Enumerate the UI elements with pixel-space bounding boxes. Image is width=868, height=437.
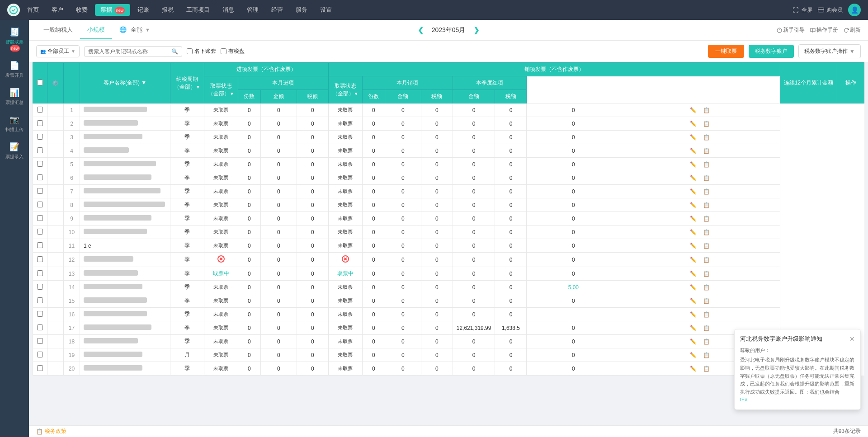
digital-account-btn[interactable]: 税务数字账户: [749, 45, 794, 58]
nav-operation[interactable]: 经营: [266, 4, 288, 16]
copy-btn[interactable]: 📋: [703, 311, 710, 318]
ledger-checkbox-label[interactable]: 名下账套: [187, 47, 216, 55]
edit-btn[interactable]: ✏️: [690, 284, 697, 291]
tab-all-capable[interactable]: 🌐 全能 ▼: [112, 21, 157, 39]
row-checkbox[interactable]: [37, 161, 43, 167]
search-input[interactable]: [88, 48, 170, 55]
nav-tax[interactable]: 报税: [156, 4, 179, 16]
copy-btn[interactable]: 📋: [703, 298, 710, 304]
row-checkbox[interactable]: [37, 120, 43, 126]
row-checkbox[interactable]: [37, 352, 43, 357]
employee-select[interactable]: 👥 全部员工 ▼: [36, 45, 80, 57]
row-checkbox[interactable]: [37, 215, 43, 221]
ledger-checkbox[interactable]: [187, 48, 193, 54]
search-icon[interactable]: 🔍: [171, 48, 178, 55]
nav-home[interactable]: 首页: [22, 4, 44, 16]
nav-billing[interactable]: 收费: [71, 4, 93, 16]
edit-btn[interactable]: ✏️: [690, 134, 697, 141]
copy-btn[interactable]: 📋: [703, 188, 710, 195]
row-checkbox[interactable]: [37, 297, 43, 303]
tab-general-taxpayer[interactable]: 一般纳税人: [36, 21, 80, 39]
digital-account-ops-btn[interactable]: 税务数字账户操作 ▼: [798, 44, 861, 58]
edit-btn[interactable]: ✏️: [690, 202, 697, 208]
nav-customer[interactable]: 客户: [46, 4, 69, 16]
one-click-fetch-btn[interactable]: 一键取票: [708, 45, 744, 58]
copy-btn[interactable]: 📋: [703, 325, 710, 331]
notif-link[interactable]: tEa: [740, 397, 748, 402]
edit-btn[interactable]: ✏️: [690, 175, 697, 181]
copy-btn[interactable]: 📋: [703, 284, 710, 291]
row-checkbox[interactable]: [37, 134, 43, 140]
copy-btn[interactable]: 📋: [703, 175, 710, 181]
nav-admin[interactable]: 管理: [241, 4, 264, 16]
edit-btn[interactable]: ✏️: [690, 352, 697, 358]
sidebar-item-invoice-open[interactable]: 📄 发票开具: [1, 57, 28, 82]
copy-btn[interactable]: 📋: [703, 257, 710, 263]
copy-btn[interactable]: 📋: [703, 134, 710, 141]
row-checkbox[interactable]: [37, 284, 43, 290]
edit-btn[interactable]: ✏️: [690, 161, 697, 168]
row-checkbox[interactable]: [37, 311, 43, 317]
edit-btn[interactable]: ✏️: [690, 257, 697, 263]
row-checkbox[interactable]: [37, 324, 43, 330]
row-checkbox[interactable]: [37, 338, 43, 344]
fullscreen-btn[interactable]: 全屏: [793, 6, 812, 14]
settings-icon[interactable]: ⚙️: [52, 80, 59, 86]
edit-btn[interactable]: ✏️: [690, 188, 697, 195]
copy-btn[interactable]: 📋: [703, 148, 710, 154]
edit-btn[interactable]: ✏️: [690, 243, 697, 249]
copy-btn[interactable]: 📋: [703, 107, 710, 113]
edit-btn[interactable]: ✏️: [690, 325, 697, 331]
edit-btn[interactable]: ✏️: [690, 229, 697, 235]
nav-settings[interactable]: 设置: [315, 4, 337, 16]
user-avatar[interactable]: 👤: [848, 4, 861, 16]
refresh-btn[interactable]: 刷新: [844, 26, 861, 34]
copy-btn[interactable]: 📋: [703, 229, 710, 235]
copy-btn[interactable]: 📋: [703, 352, 710, 358]
copy-btn[interactable]: 📋: [703, 366, 710, 372]
edit-btn[interactable]: ✏️: [690, 311, 697, 318]
member-btn[interactable]: 购会员: [818, 6, 843, 14]
row-checkbox[interactable]: [37, 174, 43, 180]
nav-business[interactable]: 工商项目: [181, 4, 215, 16]
copy-btn[interactable]: 📋: [703, 121, 710, 127]
period-prev-btn[interactable]: ❮: [415, 25, 426, 35]
nav-invoice[interactable]: 票据 new: [95, 4, 130, 16]
nav-message[interactable]: 消息: [217, 4, 240, 16]
row-checkbox[interactable]: [37, 256, 43, 262]
edit-btn[interactable]: ✏️: [690, 148, 697, 154]
copy-btn[interactable]: 📋: [703, 338, 710, 345]
sidebar-item-scan-upload[interactable]: 📷 扫描上传: [1, 111, 28, 136]
row-checkbox[interactable]: [37, 147, 43, 153]
row-checkbox[interactable]: [37, 242, 43, 248]
tab-small-scale[interactable]: 小规模: [80, 21, 112, 39]
th-sales-status[interactable]: 取票状态（全部）▼: [328, 76, 362, 103]
row-checkbox[interactable]: [37, 365, 43, 371]
edit-btn[interactable]: ✏️: [690, 216, 697, 222]
copy-btn[interactable]: 📋: [703, 202, 710, 208]
tax-disk-checkbox[interactable]: [221, 48, 226, 54]
copy-btn[interactable]: 📋: [703, 216, 710, 222]
sidebar-item-invoice-summary[interactable]: 📊 票据汇总: [1, 84, 28, 109]
sidebar-item-smart-fetch[interactable]: 🧾 智能取票 new: [1, 23, 28, 55]
select-all-checkbox[interactable]: [37, 80, 43, 85]
th-client-name[interactable]: 客户名称(全部) ▼: [80, 63, 170, 103]
copy-btn[interactable]: 📋: [703, 243, 710, 249]
tax-disk-checkbox-label[interactable]: 有税盘: [221, 47, 245, 55]
copy-btn[interactable]: 📋: [703, 271, 710, 277]
nav-bookkeeping[interactable]: 记账: [132, 4, 155, 16]
row-checkbox[interactable]: [37, 107, 43, 113]
th-tax-period[interactable]: 纳税周期（全部）▼: [170, 63, 204, 103]
edit-btn[interactable]: ✏️: [690, 107, 697, 113]
copy-btn[interactable]: 📋: [703, 161, 710, 168]
notif-close-btn[interactable]: ✕: [849, 335, 855, 343]
row-checkbox[interactable]: [37, 229, 43, 235]
edit-btn[interactable]: ✏️: [690, 338, 697, 345]
row-checkbox[interactable]: [37, 202, 43, 207]
edit-btn[interactable]: ✏️: [690, 121, 697, 127]
th-purchase-status[interactable]: 取票状态（全部）▼: [204, 76, 238, 103]
tax-policy-link[interactable]: 📋 税务政策: [36, 428, 66, 435]
nav-service[interactable]: 服务: [290, 4, 313, 16]
row-checkbox[interactable]: [37, 188, 43, 194]
edit-btn[interactable]: ✏️: [690, 298, 697, 304]
